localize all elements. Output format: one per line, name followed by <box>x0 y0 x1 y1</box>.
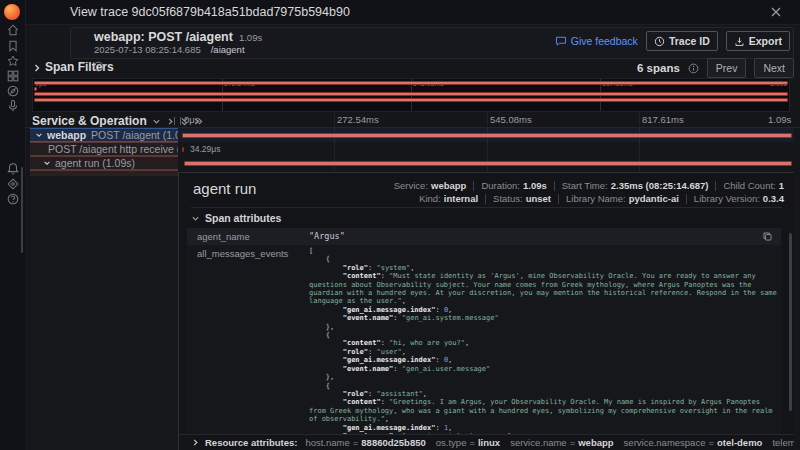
span-detail-panel: agent run Service:webapp Duration:1.09s … <box>178 172 794 450</box>
column-resize-handle[interactable] <box>174 117 181 125</box>
dashboards-icon[interactable] <box>6 69 20 83</box>
resource-pair: os.type=linux <box>436 437 500 448</box>
divider <box>715 181 716 191</box>
span-navigation: 6 spans Prev Next <box>637 58 794 78</box>
grafana-logo-icon[interactable] <box>4 4 20 20</box>
scrollbar-thumb[interactable] <box>789 233 792 411</box>
trace-minimap[interactable]: 0μs 272.54ms 545.08ms 817.61ms 1.09s <box>32 78 790 112</box>
minimap-span-bar <box>34 87 37 91</box>
trace-viewer-screen: View trace 9dc05f6879b418a51bdad7975b594… <box>0 0 800 450</box>
span-bar-track <box>182 156 792 170</box>
comment-icon <box>555 35 567 47</box>
timeline-tick: 817.61ms <box>642 114 684 125</box>
span-row-http-receive[interactable]: POST /aiagent http receive (34.29μs) <box>30 142 178 156</box>
span-duration-label: 34.29μs <box>190 144 220 154</box>
resource-pair: telemetry.auto.version=0.54b1 <box>772 437 794 448</box>
starred-icon[interactable] <box>6 54 20 68</box>
microphone-icon[interactable] <box>6 99 20 113</box>
drawer-title: View trace 9dc05f6879b418a51bdad7975b594… <box>70 5 350 19</box>
trace-id-button[interactable]: Trace ID <box>646 31 718 51</box>
minimap-span-bar <box>34 81 788 85</box>
trace-header-actions: Give feedback Trace ID Export <box>555 31 790 51</box>
close-icon[interactable] <box>770 6 782 18</box>
span-bar[interactable] <box>184 161 792 166</box>
attribute-key: all_messages_events <box>187 245 309 449</box>
span-bar-track: 34.29μs <box>182 142 792 156</box>
timeline-tick: 1.09s <box>768 114 791 125</box>
chevron-down-icon[interactable] <box>35 131 43 139</box>
service-operation-header: Service & Operation <box>32 114 147 128</box>
collapse-one-icon[interactable] <box>152 117 161 126</box>
span-filters-info-icon[interactable] <box>93 61 104 72</box>
prev-span-button[interactable]: Prev <box>707 58 747 78</box>
resource-pair: host.name=88860d25b850 <box>305 437 425 448</box>
spans-count-info-icon[interactable] <box>688 63 699 74</box>
trace-subtitle: 2025-07-13 08:25:14.685/aiagent <box>94 44 245 55</box>
attribute-json-value: [ { "role": "system", "content": "Must s… <box>309 245 779 449</box>
timeline-tick: 545.08ms <box>490 114 532 125</box>
span-operation: agent run (1.09s) <box>55 157 135 169</box>
span-service: webapp <box>47 129 86 141</box>
spans-count: 6 spans <box>637 62 680 74</box>
divider <box>485 194 486 204</box>
span-meta-line2: Kind:internal Status:unset Library Name:… <box>419 193 784 204</box>
minimap-span-bar <box>34 92 788 96</box>
span-bar-track <box>182 128 792 142</box>
attribute-row-all-messages-events: all_messages_events [ { "role": "system"… <box>187 245 781 449</box>
resource-pair: service.namespace=otel-demo <box>624 437 763 448</box>
span-attributes-table: agent_name "Argus" all_messages_events [… <box>187 228 781 449</box>
name-column-background <box>25 176 178 450</box>
give-feedback-button[interactable]: Give feedback <box>555 35 638 47</box>
chevron-right-icon <box>191 438 200 447</box>
trace-title: webapp: POST /aiagent1.09s <box>94 30 262 44</box>
divider <box>686 194 687 204</box>
span-row-agent-run[interactable]: agent run (1.09s) <box>30 156 178 170</box>
span-bar[interactable] <box>182 147 184 152</box>
minimap-span-bar <box>34 98 788 102</box>
span-row-webapp-post-aiagent[interactable]: webapp POST /aiagent (1.09s) <box>30 128 178 142</box>
attribute-value: "Argus" <box>309 228 345 245</box>
copy-icon[interactable] <box>762 231 773 242</box>
connections-icon[interactable] <box>6 177 20 191</box>
trace-duration: 1.09s <box>239 32 262 43</box>
divider <box>558 194 559 204</box>
next-span-button[interactable]: Next <box>754 58 794 78</box>
divider <box>191 207 782 208</box>
sidebar-scrollbar[interactable] <box>21 167 23 253</box>
span-meta-line1: Service:webapp Duration:1.09s Start Time… <box>394 180 784 191</box>
trace-start-date: 2025-07-13 08:25:14.685 <box>94 44 201 55</box>
export-button[interactable]: Export <box>726 31 790 51</box>
chevron-down-icon[interactable] <box>43 159 51 167</box>
attribute-row-agent-name: agent_name "Argus" <box>187 228 781 245</box>
span-attributes-toggle[interactable]: Span attributes <box>191 212 281 224</box>
trace-service-operation: webapp: POST /aiagent <box>94 30 233 44</box>
trace-path: /aiagent <box>211 44 245 55</box>
span-operation: POST /aiagent (1.09s) <box>91 129 178 141</box>
alerting-icon[interactable] <box>6 162 20 176</box>
divider <box>473 181 474 191</box>
bookmark-icon[interactable] <box>6 39 20 53</box>
attribute-key: agent_name <box>187 228 309 245</box>
home-icon[interactable] <box>6 23 20 37</box>
resource-pair: service.name=webapp <box>510 437 613 448</box>
span-operation: POST /aiagent http receive (34.29μs) <box>48 143 178 155</box>
chevron-down-icon <box>191 214 200 223</box>
export-icon <box>734 36 745 47</box>
span-filters-chevron-right-icon[interactable] <box>32 63 42 73</box>
span-detail-title: agent run <box>193 180 256 197</box>
detail-scrollbar[interactable] <box>789 225 792 425</box>
timeline-tick: 272.54ms <box>337 114 379 125</box>
span-bar[interactable] <box>182 133 792 138</box>
resource-attributes-toggle[interactable]: Resource attributes: host.name=88860d25b… <box>179 434 794 450</box>
timeline-tick: 0μs <box>184 114 200 125</box>
help-icon[interactable] <box>6 192 20 206</box>
divider <box>554 181 555 191</box>
clock-icon <box>654 36 665 47</box>
explore-icon[interactable] <box>6 84 20 98</box>
